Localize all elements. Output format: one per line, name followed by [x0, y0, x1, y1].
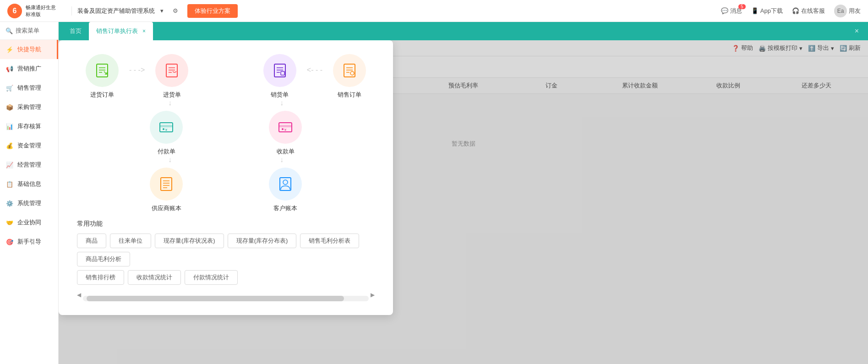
purchase-order-icon	[86, 54, 119, 87]
message-icon: 💬	[721, 7, 728, 14]
logo-text: 畅康通好生意 标准版	[26, 4, 56, 17]
payment-icon: ¥	[150, 111, 183, 144]
arrow-down-receipt: ↓	[257, 99, 307, 107]
receipt-icon: ¥	[269, 111, 302, 144]
common-functions: 常用功能 商品 往来单位 现存量(库存状况表) 现存量(库存分布表) 销售毛利分…	[77, 220, 375, 285]
online-service-action[interactable]: 🎧 在线客服	[792, 7, 825, 15]
message-action[interactable]: 💬 消息 5	[721, 7, 742, 15]
user-action[interactable]: Ea 用友	[834, 5, 861, 17]
settings-button[interactable]: ⚙	[169, 5, 182, 17]
func-btn-partners[interactable]: 往来单位	[110, 234, 151, 248]
sidebar-item-system[interactable]: ⚙️ 系统管理	[0, 194, 58, 213]
sidebar-item-marketing[interactable]: 📢 营销推广	[0, 59, 58, 78]
scroll-right-icon[interactable]: ▶	[371, 292, 375, 298]
sidebar-item-label: 系统管理	[17, 199, 41, 207]
divider	[71, 6, 72, 16]
func-btns-row2: 销售排行榜 收款情况统计 付款情况统计	[77, 270, 375, 285]
close-window-button[interactable]: ×	[849, 27, 864, 35]
flow-item-customer-account[interactable]: 客户账本	[260, 168, 311, 212]
sales-bill-label: 销货单	[271, 91, 289, 99]
content-area: 首页 销售订单执行表 × × ❓ 帮助 🖨️	[59, 22, 868, 364]
sidebar-item-label: 企业协同	[17, 218, 41, 227]
system-title: 装备及固定资产辅助管理系统	[77, 7, 155, 15]
avatar: Ea	[834, 5, 847, 17]
sidebar-item-operation[interactable]: 📈 经营管理	[0, 155, 58, 174]
flow-item-purchase-bill[interactable]: 进货单	[147, 54, 197, 99]
func-btn-inventory-dist[interactable]: 现存量(库存分布表)	[228, 234, 297, 248]
flow-item-sales-bill[interactable]: 销货单	[255, 54, 305, 99]
sales-order-label: 销售订单	[338, 91, 361, 99]
func-btn-receipt-stats[interactable]: 收款情况统计	[128, 270, 181, 285]
system-dropdown[interactable]: ▾	[160, 7, 164, 14]
sidebar-item-label: 库存核算	[17, 122, 41, 130]
sidebar-item-purchase[interactable]: 📦 采购管理	[0, 98, 58, 117]
common-func-title: 常用功能	[77, 220, 375, 228]
sidebar-item-label: 新手引导	[17, 238, 41, 246]
func-btn-inventory-status[interactable]: 现存量(库存状况表)	[155, 234, 224, 248]
guide-icon: 🎯	[5, 238, 14, 246]
scroll-left-icon[interactable]: ◀	[77, 292, 81, 298]
svg-rect-19	[160, 125, 173, 127]
search-menu[interactable]: 🔍 搜索菜单	[0, 22, 58, 40]
tab-home[interactable]: 首页	[62, 22, 89, 40]
sidebar-item-label: 资金管理	[17, 141, 41, 150]
tab-close-icon[interactable]: ×	[142, 28, 146, 34]
arrow-purchase-to-bill: - - ->	[129, 66, 145, 74]
purchase-order-label: 进货订单	[90, 91, 114, 99]
payment-label: 付款单	[158, 147, 175, 156]
svg-rect-12	[281, 71, 284, 75]
flow-item-payment[interactable]: ¥ 付款单	[141, 111, 191, 156]
sales-bill-icon	[263, 54, 296, 87]
system-icon: ⚙️	[5, 199, 14, 207]
flow-item-purchase-order[interactable]: 进货订单	[77, 54, 127, 99]
sidebar-item-label: 基础信息	[17, 180, 41, 188]
func-btn-goods-gross[interactable]: 商品毛利分析	[77, 252, 130, 266]
sales-order-icon	[333, 54, 366, 87]
app-download-action[interactable]: 📱 App下载	[751, 7, 783, 15]
tab-home-label: 首页	[70, 27, 82, 35]
quick-nav-popup: 进货订单 - - -> 进货单	[59, 40, 393, 315]
tab-bar: 首页 销售订单执行表 × ×	[59, 22, 868, 40]
svg-rect-0	[97, 64, 108, 77]
svg-rect-23	[279, 125, 292, 127]
svg-rect-26	[161, 178, 172, 190]
sidebar-item-inventory[interactable]: 📊 库存核算	[0, 117, 58, 136]
flow-item-sales-order[interactable]: 销售订单	[324, 54, 375, 99]
flow-item-supplier-account[interactable]: 供应商账本	[141, 168, 191, 212]
svg-point-20	[163, 128, 164, 130]
sidebar-item-collab[interactable]: 🤝 企业协同	[0, 213, 58, 232]
sidebar-item-finance[interactable]: 💰 资金管理	[0, 136, 58, 155]
sidebar-item-label: 采购管理	[17, 103, 41, 111]
func-btn-payment-stats[interactable]: 付款情况统计	[185, 270, 238, 285]
func-btn-sales-ranking[interactable]: 销售排行榜	[77, 270, 124, 285]
sidebar-item-label: 经营管理	[17, 161, 41, 169]
arrow-down-supplier: ↓	[145, 156, 195, 164]
receipt-label: 收款单	[277, 147, 295, 156]
search-icon: 🔍	[5, 27, 13, 34]
svg-rect-31	[280, 178, 291, 190]
customer-account-icon	[269, 168, 302, 201]
tab-sales-order-label: 销售订单执行表	[96, 27, 138, 35]
sales-icon: 🛒	[5, 84, 14, 92]
customer-account-label: 客户账本	[273, 204, 297, 212]
page-content: ❓ 帮助 🖨️ 按模板打印 ▾ ⬆️ 导出 ▾ 🔄	[59, 40, 868, 364]
supplier-account-label: 供应商账本	[152, 204, 181, 212]
arrow-sales-order-to-bill: <- - -	[307, 66, 322, 74]
flow-item-receipt[interactable]: ¥ 收款单	[260, 111, 311, 156]
online-service-label: 在线客服	[801, 7, 825, 15]
arrow-down-payment: ↓	[145, 99, 195, 107]
func-btn-sales-gross[interactable]: 销售毛利分析表	[300, 234, 359, 248]
svg-point-17	[350, 71, 354, 75]
topbar-right: 💬 消息 5 📱 App下载 🎧 在线客服 Ea 用友	[721, 5, 861, 17]
trial-button[interactable]: 体验行业方案	[187, 4, 238, 18]
quick-nav-icon: ⚡	[5, 45, 14, 54]
tab-sales-order[interactable]: 销售订单执行表 ×	[89, 22, 153, 40]
sidebar-item-basic[interactable]: 📋 基础信息	[0, 174, 58, 194]
sidebar-item-quick-nav[interactable]: ⚡ 快捷导航	[0, 40, 58, 59]
logo-area: 6 畅康通好生意 标准版	[7, 4, 66, 18]
message-badge: 5	[738, 4, 746, 9]
func-btn-goods[interactable]: 商品	[77, 234, 106, 248]
user-label: 用友	[849, 7, 861, 15]
sidebar-item-guide[interactable]: 🎯 新手引导	[0, 232, 58, 251]
sidebar-item-sales[interactable]: 🛒 销售管理	[0, 78, 58, 98]
